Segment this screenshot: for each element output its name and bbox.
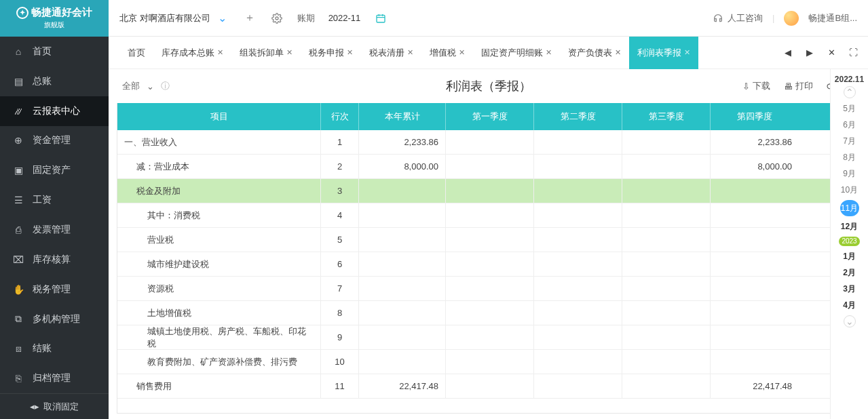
print-button[interactable]: 🖶 打印 xyxy=(784,80,813,92)
sidebar-item-label: 发票管理 xyxy=(33,224,71,236)
sidebar-item-funds[interactable]: ⊕资金管理 xyxy=(0,126,109,156)
add-button[interactable]: ＋ xyxy=(243,12,257,25)
rail-month[interactable]: 7月 xyxy=(840,133,859,149)
rail-month[interactable]: 3月 xyxy=(840,281,859,297)
sidebar-item-report[interactable]: ⫻云报表中心 xyxy=(0,96,109,126)
sidebar-item-tax[interactable]: ✋税务管理 xyxy=(0,275,109,304)
tab-固定资产明细账[interactable]: 固定资产明细账✕ xyxy=(473,37,560,69)
rail-month-12[interactable]: 12月 xyxy=(840,218,859,235)
avatar[interactable] xyxy=(784,11,799,26)
table-row[interactable]: 销售费用 11 22,417.48 22,417.48 xyxy=(117,374,859,399)
close-icon[interactable]: ✕ xyxy=(347,48,353,57)
table-row[interactable]: 一、营业收入 1 2,233.86 2,233.86 xyxy=(117,130,859,155)
tab-库存成本总账[interactable]: 库存成本总账✕ xyxy=(153,37,231,69)
tab-close-all[interactable]: ✕ xyxy=(822,43,841,62)
th-item: 项目 xyxy=(117,103,321,130)
gear-icon[interactable] xyxy=(270,12,284,25)
cell-year xyxy=(359,252,446,276)
cell-rownum: 10 xyxy=(321,350,359,374)
tab-bar: 首页库存成本总账✕组装拆卸单✕税务申报✕税表清册✕增值税✕固定资产明细账✕资产负… xyxy=(109,37,868,69)
sidebar-item-label: 多机构管理 xyxy=(33,313,80,325)
close-icon[interactable]: ✕ xyxy=(286,48,293,57)
rail-month[interactable]: 9月 xyxy=(840,165,859,182)
chevron-down-icon: ⌄ xyxy=(147,81,154,92)
close-icon[interactable]: ✕ xyxy=(615,48,621,57)
cell-q2 xyxy=(534,155,622,178)
rail-month[interactable]: 10月 xyxy=(840,182,859,198)
sidebar-item-ledger[interactable]: ▤总账 xyxy=(0,66,109,96)
tab-增值税[interactable]: 增值税✕ xyxy=(421,37,473,69)
calendar-icon[interactable] xyxy=(374,12,388,25)
tab-组装拆卸单[interactable]: 组装拆卸单✕ xyxy=(231,37,301,69)
table-row[interactable]: 减：营业成本 2 8,000.00 8,000.00 xyxy=(117,155,859,179)
table-row[interactable]: 营业税 5 xyxy=(117,228,859,252)
tab-利润表季报[interactable]: 利润表季报✕ xyxy=(629,37,698,69)
cell-q2 xyxy=(534,252,622,276)
sidebar-item-label: 首页 xyxy=(33,45,52,58)
rail-up[interactable]: ⌃ xyxy=(844,86,856,98)
cell-rownum: 9 xyxy=(321,325,359,349)
download-button[interactable]: ⇩ 下载 xyxy=(742,80,770,92)
tab-label: 增值税 xyxy=(430,47,456,59)
table-row[interactable]: 教育费附加、矿产资源补偿费、排污费 10 xyxy=(117,350,859,374)
close-icon[interactable]: ✕ xyxy=(407,48,413,57)
rail-month[interactable]: 6月 xyxy=(840,117,859,133)
table-row[interactable]: 城市维护建设税 6 xyxy=(117,252,859,277)
consult-button[interactable]: 人工咨询 xyxy=(713,12,763,24)
table-row[interactable]: 其中：消费税 4 xyxy=(117,203,859,228)
sidebar-item-salary[interactable]: ☰工资 xyxy=(0,185,109,215)
rail-month[interactable]: 8月 xyxy=(840,149,859,165)
cell-item: 一、营业收入 xyxy=(117,130,321,154)
sidebar: ⌂首页▤总账⫻云报表中心⊕资金管理▣固定资产☰工资⎙发票管理⌧库存核算✋税务管理… xyxy=(0,37,109,419)
table-row[interactable]: 城镇土地使用税、房产税、车船税、印花税 9 xyxy=(117,325,859,350)
sidebar-item-stock[interactable]: ⌧库存核算 xyxy=(0,245,109,275)
cell-item: 教育费附加、矿产资源补偿费、排污费 xyxy=(117,350,321,374)
cell-q1 xyxy=(446,228,534,252)
tab-scroll-left[interactable]: ◀ xyxy=(778,43,797,62)
sidebar-item-archive[interactable]: ⎘归档管理 xyxy=(0,363,109,393)
tab-税务申报[interactable]: 税务申报✕ xyxy=(301,37,361,69)
sidebar-item-invoice[interactable]: ⎙发票管理 xyxy=(0,215,109,245)
rail-month[interactable]: 5月 xyxy=(840,100,859,117)
sidebar-item-label: 固定资产 xyxy=(33,164,71,176)
cell-year: 8,000.00 xyxy=(359,155,446,178)
close-icon[interactable]: ✕ xyxy=(546,48,552,57)
cell-q2 xyxy=(534,130,622,154)
sidebar-item-asset[interactable]: ▣固定资产 xyxy=(0,155,109,185)
cell-year xyxy=(359,203,446,227)
chevron-down-icon: ⌄ xyxy=(216,12,229,25)
cell-rownum: 7 xyxy=(321,277,359,300)
close-icon[interactable]: ✕ xyxy=(684,48,690,57)
cell-q4 xyxy=(711,350,799,374)
cell-q1 xyxy=(446,203,534,227)
rail-month[interactable]: 4月 xyxy=(840,297,859,313)
table-row[interactable]: 土地增值税 8 xyxy=(117,301,859,325)
tab-税表清册[interactable]: 税表清册✕ xyxy=(361,37,421,69)
table-row[interactable]: 税金及附加 3 xyxy=(117,179,859,203)
sidebar-unpin[interactable]: ◂▸取消固定 xyxy=(0,393,109,419)
sidebar-item-home[interactable]: ⌂首页 xyxy=(0,37,109,66)
rail-down[interactable]: ⌄ xyxy=(844,315,856,327)
cell-item: 税金及附加 xyxy=(117,179,321,203)
tab-首页[interactable]: 首页 xyxy=(119,37,153,69)
sidebar-item-org[interactable]: ⧉多机构管理 xyxy=(0,304,109,334)
sidebar-item-label: 资金管理 xyxy=(33,134,71,146)
tab-label: 利润表季报 xyxy=(637,47,681,59)
close-icon[interactable]: ✕ xyxy=(459,48,465,57)
cell-q4: 22,417.48 xyxy=(711,374,799,398)
cell-q4: 2,233.86 xyxy=(711,130,799,154)
tab-scroll-right[interactable]: ▶ xyxy=(800,43,819,62)
cell-item: 城市维护建设税 xyxy=(117,252,321,276)
rail-month-active[interactable]: 11月 xyxy=(840,200,859,216)
sidebar-item-close[interactable]: ⧇结账 xyxy=(0,334,109,363)
company-select[interactable]: 北京 对啊酒店有限公司 ⌄ xyxy=(119,12,229,25)
help-icon[interactable]: ⓘ xyxy=(161,80,170,92)
tax-icon: ✋ xyxy=(12,284,24,295)
tab-资产负债表[interactable]: 资产负债表✕ xyxy=(560,37,629,69)
filter-select[interactable]: 全部 ⌄ ⓘ xyxy=(122,80,170,92)
fullscreen-icon[interactable]: ⛶ xyxy=(844,43,863,62)
rail-month[interactable]: 2月 xyxy=(840,264,859,281)
table-row[interactable]: 资源税 7 xyxy=(117,277,859,301)
rail-month[interactable]: 1月 xyxy=(840,248,859,264)
close-icon[interactable]: ✕ xyxy=(217,48,223,57)
